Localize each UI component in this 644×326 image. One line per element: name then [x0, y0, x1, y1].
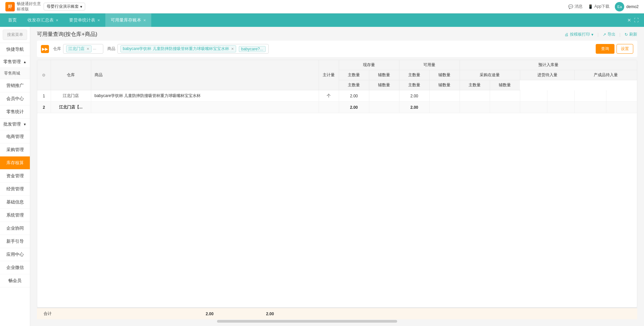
- export-btn[interactable]: ↗ 导出: [603, 32, 615, 37]
- sidebar-item-member[interactable]: 会员中心: [0, 92, 30, 105]
- tab-available-stock[interactable]: 可用量库存账本 ✕: [105, 13, 151, 27]
- footer-avail-main: 2.00: [255, 312, 285, 316]
- table-container: ⚙ 仓库 商品 主计量 现存量 可用量 预计入库量 主数量 辅数量 主数量 辅数…: [37, 60, 637, 308]
- sidebar-item-system[interactable]: 系统管理: [0, 209, 30, 222]
- nav-expand-btn[interactable]: ⛶: [634, 17, 639, 23]
- sidebar-item-operations[interactable]: 经营管理: [0, 183, 30, 196]
- cell-warehouse: 江北门店: [51, 90, 91, 102]
- cell-pt-main: [460, 90, 490, 102]
- th-ip-main: 主数量: [399, 80, 429, 90]
- product-input[interactable]: babycare学饮杯 儿童防摔防撞吸管杯重力球吸嘴杯宝宝水杯 ✕ babyca…: [117, 44, 269, 54]
- cell-fp-aux-sub: [606, 102, 637, 113]
- sidebar-item-finance[interactable]: 资金管理: [0, 170, 30, 183]
- cell-pt-main-sub: [460, 102, 490, 113]
- expand-filter-btn[interactable]: ▶▶: [41, 45, 49, 53]
- table-footer: 合计 2.00 2.00: [37, 308, 637, 319]
- chevron-down-icon: ▾: [80, 4, 82, 9]
- nav-close-btn[interactable]: ✕: [627, 17, 631, 23]
- table-row: 1 江北门店 babycare学饮杯 儿童防摔防撞吸管杯重力球吸嘴杯宝宝水杯 个…: [37, 90, 637, 102]
- search-menu-btn[interactable]: 搜索菜单: [3, 30, 27, 40]
- cell-stock-aux-sub: [369, 102, 399, 113]
- more-warehouses-btn[interactable]: ···: [93, 47, 96, 51]
- industry-selector[interactable]: 母婴行业演示账套 ▾: [44, 3, 85, 10]
- warehouse-filter: 仓库 江北门店 ✕ ···: [53, 44, 103, 54]
- print-btn[interactable]: 🖨 按模板打印 ▾: [565, 32, 593, 37]
- logo-icon: 好: [5, 2, 15, 11]
- cell-unit-subtotal: [319, 102, 339, 113]
- chevron-icon: ▼: [23, 123, 26, 126]
- th-available-group: 可用量: [399, 60, 460, 70]
- nav-actions: ✕ ⛶: [625, 13, 641, 27]
- nav-spacer: [151, 13, 625, 27]
- tab-label: 要货单统计表: [69, 17, 95, 23]
- sidebar: 搜索菜单 快捷导航 零售管理 ▲ 零售商城 营销推广 会员中心 零售统计 批发管…: [0, 27, 30, 326]
- main-layout: 搜索菜单 快捷导航 零售管理 ▲ 零售商城 营销推广 会员中心 零售统计 批发管…: [0, 27, 644, 326]
- sidebar-item-basic-info[interactable]: 基础信息: [0, 196, 30, 209]
- sidebar-item-vip[interactable]: 畅会员: [0, 274, 30, 287]
- top-bar: 好 畅捷通好生意 标准版 母婴行业演示账套 ▾ 💬 消息 📱 App下载 Ea …: [0, 0, 644, 13]
- avatar: Ea: [615, 2, 624, 11]
- tab-close-receive-pay[interactable]: ✕: [56, 18, 58, 22]
- product-label: 商品: [107, 46, 115, 52]
- cell-ip-main: [520, 90, 547, 102]
- sidebar-item-retail-mall[interactable]: 零售商城: [0, 68, 30, 79]
- export-icon: ↗: [603, 32, 606, 37]
- th-ip-aux: 辅数量: [429, 80, 460, 90]
- horizontal-scrollbar[interactable]: [37, 319, 637, 323]
- sidebar-item-wholesale[interactable]: 批发管理 ▼: [0, 119, 30, 130]
- sidebar-item-retail[interactable]: 零售管理 ▲: [0, 56, 30, 68]
- refresh-btn[interactable]: ↻ 刷新: [625, 32, 637, 37]
- sidebar-item-wechat[interactable]: 企业微信: [0, 261, 30, 274]
- th-pt-main: 主数量: [339, 80, 369, 90]
- cell-stock-aux: [369, 90, 399, 102]
- table-body: 1 江北门店 babycare学饮杯 儿童防摔防撞吸管杯重力球吸嘴杯宝宝水杯 个…: [37, 90, 637, 113]
- th-available-aux: 辅数量: [429, 70, 460, 80]
- message-btn[interactable]: 💬 消息: [568, 4, 583, 9]
- scroll-thumb[interactable]: [217, 320, 397, 323]
- content-area: 可用量查询(按仓库+商品) 🖨 按模板打印 ▾ | ↗ 导出 | ↻ 刷新: [30, 27, 644, 326]
- remove-warehouse-tag[interactable]: ✕: [87, 47, 89, 51]
- sidebar-item-inventory[interactable]: 库存核算: [0, 156, 30, 170]
- th-pt-aux: 辅数量: [369, 80, 399, 90]
- tab-home[interactable]: 首页: [3, 13, 22, 27]
- sidebar-item-new-guide[interactable]: 新手引导: [0, 235, 30, 248]
- sidebar-item-marketing[interactable]: 营销推广: [0, 79, 30, 92]
- filter-area: ▶▶ 仓库 江北门店 ✕ ··· 商品 babycare学饮杯 儿童防摔防撞吸管…: [37, 41, 637, 57]
- th-finished-pending: 产成品待入量: [575, 70, 637, 80]
- cell-avail-aux-sub: [429, 102, 460, 113]
- tab-close-order-stats[interactable]: ✕: [97, 18, 100, 22]
- cell-warehouse-subtotal: 江北门店【...: [51, 102, 91, 113]
- app-download-btn[interactable]: 📱 App下载: [588, 4, 609, 9]
- cell-product: babycare学饮杯 儿童防摔防撞吸管杯重力球吸嘴杯宝宝水杯: [91, 90, 319, 102]
- tab-close-available-stock[interactable]: ✕: [143, 18, 146, 22]
- th-unit: 主计量: [319, 60, 339, 90]
- sidebar-item-app-center[interactable]: 应用中心: [0, 248, 30, 261]
- remove-product-tag-1[interactable]: ✕: [231, 47, 234, 51]
- sidebar-item-purchase[interactable]: 采购管理: [0, 143, 30, 156]
- sidebar-item-ecommerce[interactable]: 电商管理: [0, 130, 30, 143]
- sidebar-item-retail-stats[interactable]: 零售统计: [0, 105, 30, 119]
- sidebar-item-quick-nav[interactable]: 快捷导航: [0, 43, 30, 56]
- tab-order-stats[interactable]: 要货单统计表 ✕: [64, 13, 105, 27]
- message-icon: 💬: [568, 4, 573, 9]
- query-button[interactable]: 查询: [596, 44, 614, 54]
- cell-ip-main-sub: [520, 102, 547, 113]
- tab-receive-pay[interactable]: 收发存汇总表 ✕: [22, 13, 64, 27]
- th-warehouse: 仓库: [51, 60, 91, 90]
- th-stock-main: 主数量: [339, 70, 369, 80]
- cell-fp-main: [575, 90, 606, 102]
- cell-pt-aux-sub: [490, 102, 520, 113]
- settings-button[interactable]: 设置: [616, 44, 633, 54]
- warehouse-tag: 江北门店 ✕: [66, 45, 92, 52]
- footer-label: 合计: [40, 311, 195, 317]
- warehouse-input[interactable]: 江北门店 ✕ ···: [63, 44, 103, 54]
- cell-stock-main: 2.00: [339, 90, 369, 102]
- page-actions: 🖨 按模板打印 ▾ | ↗ 导出 | ↻ 刷新: [565, 32, 637, 37]
- page-title: 可用量查询(按仓库+商品): [37, 31, 97, 38]
- settings-icon[interactable]: ⚙: [42, 73, 46, 78]
- inventory-table: ⚙ 仓库 商品 主计量 现存量 可用量 预计入库量 主数量 辅数量 主数量 辅数…: [37, 60, 637, 113]
- filter-actions: 查询 设置: [596, 44, 633, 54]
- th-available-main: 主数量: [399, 70, 429, 80]
- sidebar-item-enterprise[interactable]: 企业协同: [0, 222, 30, 235]
- tab-label: 收发存汇总表: [28, 17, 54, 23]
